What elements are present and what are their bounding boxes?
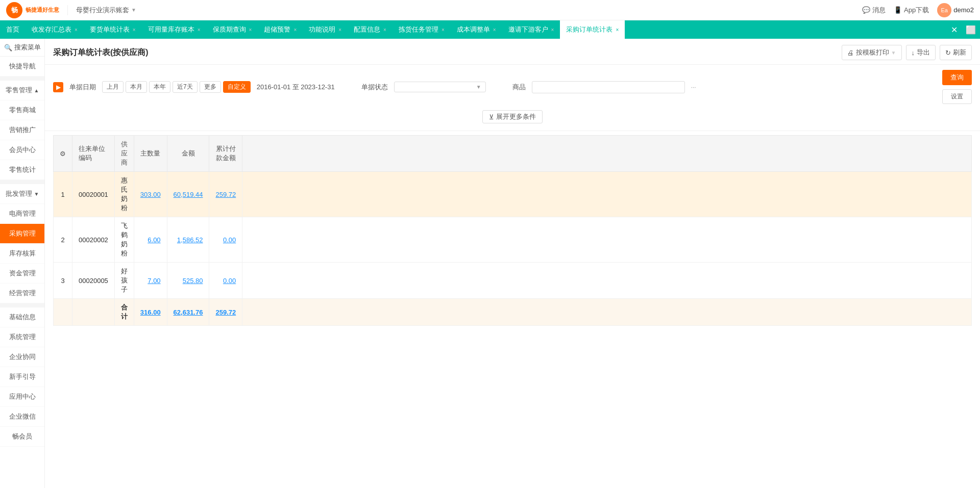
table-row[interactable]: 3 00020005 好孩子 7.00 525.80 0.00: [54, 263, 972, 299]
table-row[interactable]: 1 00020001 惠氏奶粉 303.00 60,519.44 259.72: [54, 172, 972, 217]
tab-caigou-active[interactable]: 采购订单统计表 ×: [560, 20, 625, 39]
tab-gongneng[interactable]: 功能说明 ×: [303, 20, 348, 39]
shortcut-this-month[interactable]: 本月: [126, 81, 147, 93]
row-supplier: 惠氏奶粉: [114, 172, 134, 217]
status-select[interactable]: ▼: [394, 82, 486, 92]
col-amount: 金额: [167, 136, 209, 172]
sidebar-item-member-plus[interactable]: 畅会员: [0, 427, 44, 447]
close-caigou[interactable]: ×: [616, 27, 619, 33]
user-area[interactable]: Ea demo2: [937, 3, 974, 17]
close-shoufacun[interactable]: ×: [75, 27, 78, 33]
search-icon: 🔍: [4, 44, 12, 52]
sidebar-item-retail-stats[interactable]: 零售统计: [0, 160, 44, 180]
col-settings[interactable]: ⚙: [54, 136, 72, 172]
row-qty[interactable]: 6.00: [134, 217, 167, 263]
logo-area: 畅 畅捷通好生意: [6, 2, 59, 18]
tab-home[interactable]: 首页: [0, 20, 26, 39]
sidebar-item-retail-shop[interactable]: 零售商城: [0, 100, 44, 120]
top-bar: 畅 畅捷通好生意 母婴行业演示账套 ▼ 💬 消息 📱 App下载 Ea demo…: [0, 0, 980, 20]
row-paid[interactable]: 0.00: [209, 217, 242, 263]
maximize-tab[interactable]: ⬜: [962, 25, 980, 35]
sidebar-item-quick-nav[interactable]: 快捷导航: [0, 57, 44, 76]
close-all-tabs[interactable]: ✕: [947, 25, 962, 35]
tab-chaochu[interactable]: 超储预警 ×: [258, 20, 303, 39]
refresh-button[interactable]: ↻ 刷新: [940, 45, 972, 60]
top-bar-right: 💬 消息 📱 App下载 Ea demo2: [862, 3, 974, 17]
row-qty[interactable]: 303.00: [134, 172, 167, 217]
footer-qty: 316.00: [134, 299, 167, 326]
close-kuyong[interactable]: ×: [198, 27, 201, 33]
date-shortcuts: 上月 本月 本年 近7天 更多 自定义: [102, 81, 251, 93]
sidebar-item-inventory[interactable]: 库存核算: [0, 244, 44, 264]
close-gongneng[interactable]: ×: [338, 27, 341, 33]
page-title: 采购订单统计表(按供应商): [53, 47, 149, 58]
tab-yaohuo[interactable]: 要货单统计表 ×: [84, 20, 142, 39]
app-download-button[interactable]: 📱 App下载: [894, 6, 929, 15]
sidebar-item-collab[interactable]: 企业协同: [0, 347, 44, 367]
sidebar-item-basic-info[interactable]: 基础信息: [0, 307, 44, 327]
export-button[interactable]: ↓ 导出: [906, 45, 936, 60]
goods-input[interactable]: [532, 81, 685, 93]
row-code: 00020002: [72, 217, 115, 263]
table-footer-row: 合计 316.00 62,631.76 259.72: [54, 299, 972, 326]
close-yaohuo[interactable]: ×: [133, 27, 136, 33]
sidebar-item-purchase[interactable]: 采购管理: [0, 224, 44, 244]
close-jianhuo[interactable]: ×: [442, 27, 445, 33]
row-amount[interactable]: 60,519.44: [167, 172, 209, 217]
main-layout: 🔍 搜索菜单 快捷导航 零售管理 ▲ 零售商城 营销推广 会员中心 零售统计 批…: [0, 39, 980, 488]
status-label: 单据状态: [361, 83, 388, 92]
row-paid[interactable]: 259.72: [209, 172, 242, 217]
shortcut-7days[interactable]: 近7天: [173, 81, 198, 93]
sidebar-search[interactable]: 🔍 搜索菜单: [0, 39, 44, 57]
col-paid: 累计付款金额: [209, 136, 242, 172]
collapse-arrow[interactable]: ▶: [53, 82, 63, 92]
shortcut-more[interactable]: 更多: [200, 81, 221, 93]
setting-button[interactable]: 设置: [942, 89, 972, 104]
sidebar-item-member[interactable]: 会员中心: [0, 140, 44, 160]
sidebar-item-retail-mgmt[interactable]: 零售管理 ▲: [0, 81, 44, 100]
tab-kuyong[interactable]: 可用量库存账本 ×: [142, 20, 207, 39]
date-range: 2016-01-01 至 2023-12-31: [257, 83, 335, 92]
close-baozhi[interactable]: ×: [249, 27, 252, 33]
tab-shoufacun[interactable]: 收发存汇总表 ×: [26, 20, 84, 39]
sidebar-item-business[interactable]: 经营管理: [0, 284, 44, 303]
sidebar-item-newbie[interactable]: 新手引导: [0, 367, 44, 387]
sidebar-item-app-center[interactable]: 应用中心: [0, 387, 44, 407]
date-label: 单据日期: [69, 83, 96, 92]
row-paid[interactable]: 0.00: [209, 263, 242, 299]
shortcut-this-year[interactable]: 本年: [149, 81, 170, 93]
expand-more-button[interactable]: ⊻ 展开更多条件: [482, 110, 543, 123]
sidebar-item-system[interactable]: 系统管理: [0, 327, 44, 347]
shortcut-custom[interactable]: 自定义: [223, 81, 251, 93]
close-peizhi[interactable]: ×: [383, 27, 386, 33]
close-yaoqing[interactable]: ×: [551, 27, 554, 33]
nav-tabs: 首页 收发存汇总表 × 要货单统计表 × 可用量库存账本 × 保质期查询 × 超…: [0, 20, 980, 39]
sidebar-item-ecommerce[interactable]: 电商管理: [0, 204, 44, 224]
quick-nav-label: 快捷导航: [9, 62, 36, 71]
row-amount[interactable]: 525.80: [167, 263, 209, 299]
tab-yaoqing[interactable]: 邀请下游客户 ×: [502, 20, 560, 39]
row-qty[interactable]: 7.00: [134, 263, 167, 299]
sidebar-item-wechat[interactable]: 企业微信: [0, 407, 44, 427]
query-button[interactable]: 查询: [942, 70, 972, 85]
message-button[interactable]: 💬 消息: [862, 6, 886, 15]
filter-section: ▶ 单据日期 上月 本月 本年 近7天 更多 自定义 2016-01-01 至 …: [45, 65, 980, 131]
tab-peizhi[interactable]: 配置信息 ×: [348, 20, 393, 39]
print-button[interactable]: 🖨 按模板打印 ▼: [842, 45, 902, 60]
shortcut-last-month[interactable]: 上月: [102, 81, 124, 93]
sidebar-item-marketing[interactable]: 营销推广: [0, 120, 44, 140]
close-chengben[interactable]: ×: [493, 27, 496, 33]
tab-baozhi[interactable]: 保质期查询 ×: [207, 20, 258, 39]
goods-more-btn[interactable]: ···: [691, 84, 696, 91]
close-chaochu[interactable]: ×: [293, 27, 297, 33]
tab-jianhuo[interactable]: 拣货任务管理 ×: [393, 20, 451, 39]
org-name: 母婴行业演示账套: [76, 6, 129, 15]
tab-chengben[interactable]: 成本调整单 ×: [451, 20, 502, 39]
sidebar-item-wholesale[interactable]: 批发管理 ▼: [0, 184, 44, 204]
table-row[interactable]: 2 00020002 飞鹤奶粉 6.00 1,586.52 0.00: [54, 217, 972, 263]
sidebar-item-finance[interactable]: 资金管理: [0, 264, 44, 284]
footer-label: 合计: [114, 299, 134, 326]
row-amount[interactable]: 1,586.52: [167, 217, 209, 263]
org-selector[interactable]: 母婴行业演示账套 ▼: [76, 6, 136, 15]
download-icon: 📱: [894, 6, 902, 14]
